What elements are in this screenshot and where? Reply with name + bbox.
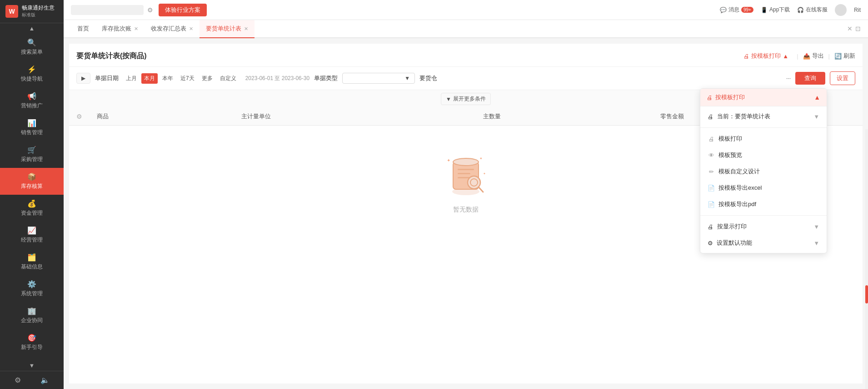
topbar: ⚙ 体验行业方案 💬 消息 99+ 📱 App下载 🎧 在线客服 Rit (64, 0, 868, 20)
tab-order-stats[interactable]: 要货单统计表 ✕ (200, 20, 254, 38)
set-default-icon: ⚙ (708, 240, 713, 247)
date-last7[interactable]: 近7天 (178, 73, 197, 84)
collab-icon: 🏢 (27, 307, 36, 315)
type-select[interactable]: ▼ (342, 73, 415, 84)
page-header: 要货单统计表(按商品) 🖨 按模板打印 ▲ | 📤 导出 | 🔄 (69, 44, 863, 67)
sidebar-item-operations[interactable]: 📈 经营管理 (0, 222, 64, 248)
date-custom[interactable]: 自定义 (217, 73, 239, 84)
tab-receipt-summary[interactable]: 收发存汇总表 ✕ (145, 20, 200, 38)
dropdown-item-template-design[interactable]: ✏ 模板自定义设计 (700, 163, 827, 180)
sidebar-item-search-menu[interactable]: 🔍 搜索菜单 (0, 34, 64, 61)
dropdown-set-default[interactable]: ⚙ 设置默认功能 ▼ (700, 235, 827, 251)
set-default-left: ⚙ 设置默认功能 (708, 239, 752, 247)
template-print-item-label: 模板打印 (718, 135, 742, 143)
sidebar-item-quick-nav[interactable]: ⚡ 快捷导航 (0, 61, 64, 87)
download-icon: 📱 (761, 7, 768, 13)
dropdown-title-area: 🖨 按模板打印 (707, 93, 745, 101)
table-settings-icon[interactable]: ⚙ (76, 113, 82, 120)
topbar-right: 💬 消息 99+ 📱 App下载 🎧 在线客服 Rit (720, 4, 861, 16)
template-design-label: 模板自定义设计 (718, 167, 760, 176)
trial-button[interactable]: 体验行业方案 (159, 4, 207, 16)
tab-order-stats-label: 要货单统计表 (206, 25, 241, 33)
sidebar-item-label: 快捷导航 (21, 75, 43, 83)
sidebar-item-purchase[interactable]: 🛒 采购管理 (0, 141, 64, 168)
dropdown-item-template-preview[interactable]: 👁 模板预览 (700, 147, 827, 163)
online-service-btn[interactable]: 🎧 在线客服 (797, 6, 828, 14)
user-avatar[interactable] (835, 4, 847, 16)
sidebar-item-newbie[interactable]: 🎯 新手引导 (0, 329, 64, 356)
template-print-button[interactable]: 🖨 按模板打印 ▲ (740, 50, 792, 62)
date-this-year[interactable]: 本年 (160, 73, 176, 84)
dropdown-title: 按模板打印 (715, 93, 745, 101)
dropdown-divider-2 (700, 215, 827, 216)
export-pdf-icon: 📄 (708, 201, 715, 208)
main-area: ⚙ 体验行业方案 💬 消息 99+ 📱 App下载 🎧 在线客服 Rit 首页 (64, 0, 868, 389)
sidebar-item-basic[interactable]: 🗂️ 基础信息 (0, 248, 64, 275)
right-scrollbar[interactable] (865, 129, 868, 389)
query-button[interactable]: 查询 (795, 72, 825, 85)
tab-expand-icon[interactable]: ⊡ (855, 25, 861, 32)
page-actions: 🖨 按模板打印 ▲ | 📤 导出 | 🔄 刷新 (740, 50, 855, 62)
sidebar-item-marketing[interactable]: 📢 营销推广 (0, 87, 64, 114)
dropdown-display-print[interactable]: 🖨 按显示打印 ▼ (700, 218, 827, 235)
settings-icon[interactable]: ⚙ (15, 376, 21, 384)
dropdown-item-export-excel[interactable]: 📄 按模板导出excel (700, 180, 827, 196)
dropdown-item-export-pdf[interactable]: 📄 按模板导出pdf (700, 196, 827, 212)
sidebar-scroll-down[interactable]: ▼ (0, 360, 64, 371)
dropdown-item-template-print[interactable]: 🖨 模板打印 (700, 131, 827, 147)
expand-more-btn[interactable]: ▼ 展开更多条件 (441, 93, 491, 105)
dropdown-current-left: 🖨 当前：要货单统计表 (708, 112, 770, 121)
refresh-button[interactable]: 🔄 刷新 (834, 52, 855, 60)
filter-expand-btn[interactable]: ▶ (76, 73, 90, 84)
sidebar-item-collab[interactable]: 🏢 企业协同 (0, 302, 64, 329)
sidebar-item-label: 企业协同 (21, 317, 43, 324)
gear-icon[interactable]: ⚙ (147, 6, 153, 14)
current-label: 当前：要货单统计表 (717, 112, 770, 121)
sidebar-item-finance[interactable]: 💰 资金管理 (0, 195, 64, 222)
sidebar-item-label: 资金管理 (21, 209, 43, 217)
current-chevron-icon: ▼ (813, 113, 819, 120)
sidebar-nav: 🔍 搜索菜单 ⚡ 快捷导航 📢 营销推广 📊 销售管理 🛒 采购管理 📦 库存核… (0, 34, 64, 360)
svg-text:✦: ✦ (483, 172, 486, 175)
app-download-btn[interactable]: 📱 App下载 (761, 6, 790, 14)
sound-icon[interactable]: 🔈 (40, 376, 50, 384)
messages-badge: 99+ (741, 7, 753, 13)
messages-btn[interactable]: 💬 消息 99+ (720, 6, 753, 14)
more-options-btn[interactable]: ··· (786, 75, 791, 81)
sidebar-item-label: 经营管理 (21, 236, 43, 244)
tab-receipt-summary-close[interactable]: ✕ (189, 26, 193, 32)
dropdown-current-item[interactable]: 🖨 当前：要货单统计表 ▼ (700, 108, 827, 125)
empty-icon: ✦ ✦ ✦ (443, 153, 489, 198)
sidebar-item-appstore[interactable]: 📱 应用中心 (0, 356, 64, 360)
sidebar-item-label: 营销推广 (21, 102, 43, 110)
dropdown-collapse-icon[interactable]: ▲ (814, 94, 820, 101)
date-group: 上月 本月 本年 近7天 更多 自定义 (123, 73, 239, 84)
export-button[interactable]: 📤 导出 (803, 52, 824, 60)
service-icon: 🎧 (797, 7, 804, 13)
tab-inventory-batch-close[interactable]: ✕ (134, 26, 138, 32)
chevron-down-icon: ▼ (404, 75, 410, 81)
app-logo: W 畅康通好生意 标准版 (0, 0, 64, 23)
sidebar-item-inventory[interactable]: 📦 库存核算 (0, 168, 64, 195)
filter-settings-button[interactable]: 设置 (830, 71, 855, 85)
expand-icon: ▶ (81, 75, 85, 81)
date-more[interactable]: 更多 (199, 73, 215, 84)
date-prev-month[interactable]: 上月 (123, 73, 140, 84)
sidebar-scroll-up[interactable]: ▲ (0, 23, 64, 34)
export-excel-icon: 📄 (708, 185, 715, 192)
quick-nav-icon: ⚡ (27, 65, 36, 74)
sidebar-item-system[interactable]: ⚙️ 系统管理 (0, 275, 64, 302)
date-this-month[interactable]: 本月 (141, 73, 158, 84)
sidebar-item-sales[interactable]: 📊 销售管理 (0, 114, 64, 141)
template-print-dropdown: 🖨 按模板打印 ▲ 🖨 当前：要货单统计表 ▼ (700, 88, 827, 253)
purchase-icon: 🛒 (27, 146, 36, 154)
dropdown-divider-1 (700, 127, 827, 128)
refresh-icon: 🔄 (834, 53, 842, 60)
tab-inventory-batch[interactable]: 库存批次账 ✕ (95, 20, 145, 38)
sidebar-item-label: 系统管理 (21, 290, 43, 298)
tab-home[interactable]: 首页 (71, 20, 95, 38)
tab-close-all-icon[interactable]: ✕ (847, 25, 853, 32)
tab-order-stats-close[interactable]: ✕ (244, 26, 248, 32)
search-input[interactable] (71, 5, 144, 15)
sidebar-item-label: 销售管理 (21, 129, 43, 136)
